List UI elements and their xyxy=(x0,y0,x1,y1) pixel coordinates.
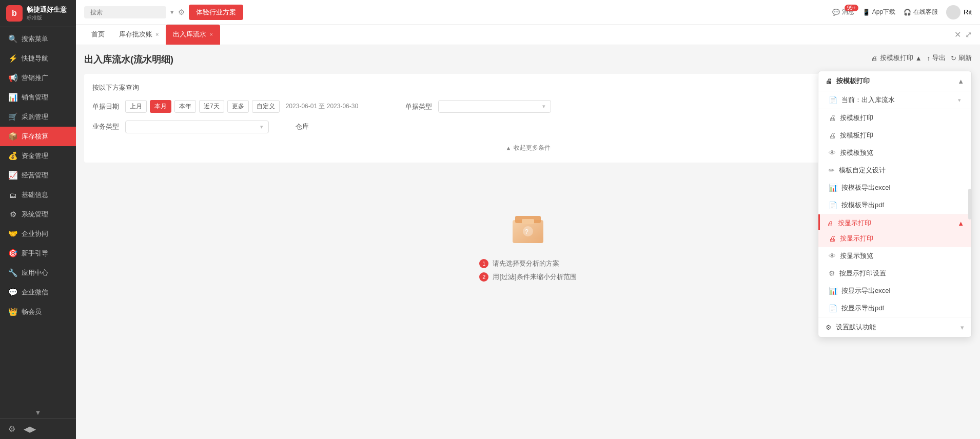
display-print-header[interactable]: 🖨 按显示打印 ▲ xyxy=(818,214,971,230)
display-export-pdf-btn[interactable]: 📄 按显示导出pdf xyxy=(818,300,971,317)
date-filter-buttons: 上月 本月 本年 近7天 更多 自定义 xyxy=(125,100,280,113)
date-this-year-btn[interactable]: 本年 xyxy=(174,100,196,113)
app-download-btn[interactable]: 📱 App下载 xyxy=(863,8,895,16)
template-custom-design-btn[interactable]: ✏ 模板自定义设计 xyxy=(818,162,971,179)
sidebar-item-系统管理[interactable]: ⚙系统管理 xyxy=(0,205,76,224)
empty-illustration: ? xyxy=(502,199,554,251)
export-icon: ↑ xyxy=(927,54,931,62)
export-btn[interactable]: ↑ 导出 xyxy=(927,53,946,63)
display-print-settings-btn[interactable]: ⚙ 按显示打印设置 xyxy=(818,265,971,282)
message-btn[interactable]: 💬 消息 99+ xyxy=(832,8,854,16)
template-print-btn[interactable]: 🖨 按模板打印 xyxy=(818,127,971,144)
tab-inout-flow[interactable]: 出入库流水 × xyxy=(166,25,220,45)
tab-inventory-batch[interactable]: 库存批次账 × xyxy=(112,25,166,45)
current-template-item[interactable]: 📄 当前：出入库流水 ▾ xyxy=(818,91,971,109)
sidebar-item-经营管理[interactable]: 📈经营管理 xyxy=(0,166,76,185)
template-print-header[interactable]: 🖨 按模板打印 xyxy=(818,109,971,127)
sidebar-item-企业协同[interactable]: 🤝企业协同 xyxy=(0,224,76,244)
app-label: App下载 xyxy=(872,8,895,16)
sidebar-item-畅会员[interactable]: 👑畅会员 xyxy=(0,302,76,322)
display-pdf-icon: 📄 xyxy=(829,304,837,312)
display-settings-label: 按显示打印设置 xyxy=(839,269,886,278)
display-print-label: 按显示打印 xyxy=(840,234,873,243)
sidebar-icon-13: 💬 xyxy=(8,288,17,297)
sidebar-icon-9: ⚙ xyxy=(8,210,17,219)
sidebar-item-库存核算[interactable]: 📦库存核算 xyxy=(0,127,76,146)
date-more-btn[interactable]: 更多 xyxy=(227,100,249,113)
template-export-excel-btn[interactable]: 📊 按模板导出excel xyxy=(818,179,971,196)
date-custom-btn[interactable]: 自定义 xyxy=(252,100,280,113)
display-preview-btn[interactable]: 👁 按显示预览 xyxy=(818,247,971,265)
template-preview-btn[interactable]: 👁 按模板预览 xyxy=(818,144,971,162)
sidebar-label-14: 畅会员 xyxy=(22,307,42,316)
settings-gear-icon[interactable]: ⚙ xyxy=(178,8,185,17)
user-name: Rit xyxy=(964,8,972,16)
biz-type-select[interactable]: ▾ xyxy=(125,121,269,133)
sidebar-item-采购管理[interactable]: 🛒采购管理 xyxy=(0,107,76,127)
display-excel-icon: 📊 xyxy=(829,287,837,295)
main-content: ▾ ⚙ 体验行业方案 💬 消息 99+ 📱 App下载 🎧 在线客服 Rit xyxy=(76,0,980,439)
sidebar-item-资金管理[interactable]: 💰资金管理 xyxy=(0,146,76,166)
settings-icon[interactable]: ⚙ xyxy=(8,424,15,434)
help-icon[interactable]: ◀▶ xyxy=(24,424,36,434)
tab-home[interactable]: 首页 xyxy=(84,25,112,45)
topbar: ▾ ⚙ 体验行业方案 💬 消息 99+ 📱 App下载 🎧 在线客服 Rit xyxy=(76,0,980,25)
print-dropdown-title: 按模板打印 xyxy=(836,76,870,86)
date-prev-month-btn[interactable]: 上月 xyxy=(125,100,147,113)
empty-steps: 1 请先选择要分析的方案 2 用[过滤]条件来缩小分析范围 xyxy=(479,259,576,282)
sidebar-item-企业微信[interactable]: 💬企业微信 xyxy=(0,283,76,302)
sidebar-label-0: 搜索菜单 xyxy=(22,34,48,44)
sidebar-scroll-down[interactable]: ▼ xyxy=(0,407,76,418)
search-input[interactable] xyxy=(84,6,166,18)
doc-type-select[interactable]: ▾ xyxy=(438,100,551,113)
display-print-btn[interactable]: 🖨 按显示打印 xyxy=(818,230,971,247)
sidebar-item-新手引导[interactable]: 🎯新手引导 xyxy=(0,244,76,263)
sidebar-label-11: 新手引导 xyxy=(22,249,48,258)
sidebar-item-搜索菜单[interactable]: 🔍搜索菜单 xyxy=(0,29,76,49)
trial-btn[interactable]: 体验行业方案 xyxy=(189,5,243,20)
message-badge: 99+ xyxy=(845,5,858,11)
sidebar-item-营销推广[interactable]: 📢营销推广 xyxy=(0,68,76,88)
sidebar-item-基础信息[interactable]: 🗂基础信息 xyxy=(0,185,76,205)
display-preview-icon: 👁 xyxy=(829,252,836,260)
date-7days-btn[interactable]: 近7天 xyxy=(199,100,224,113)
empty-step-2: 2 用[过滤]条件来缩小分析范围 xyxy=(479,272,576,282)
tab-inventory-batch-label: 库存批次账 xyxy=(119,30,152,39)
message-icon: 💬 xyxy=(832,9,840,16)
print-btn[interactable]: 🖨 按模板打印 ▲ xyxy=(871,53,922,63)
template-export-pdf-btn[interactable]: 📄 按模板导出pdf xyxy=(818,196,971,214)
sidebar-icon-14: 👑 xyxy=(8,307,17,316)
set-default-btn[interactable]: ⚙ 设置默认功能 ▾ xyxy=(818,317,971,337)
dropdown-scrollbar[interactable] xyxy=(968,189,971,220)
user-avatar-btn[interactable]: Rit xyxy=(946,5,972,19)
refresh-btn[interactable]: ↻ 刷新 xyxy=(951,53,972,63)
design-icon: ✏ xyxy=(829,166,835,174)
print-dropdown-close-icon[interactable]: ▲ xyxy=(957,77,964,85)
display-export-excel-btn[interactable]: 📊 按显示导出excel xyxy=(818,282,971,300)
app-icon: 📱 xyxy=(863,9,870,16)
sidebar: b 畅捷通好生意 标准版 🔍搜索菜单⚡快捷导航📢营销推广📊销售管理🛒采购管理📦库… xyxy=(0,0,76,439)
sidebar-icon-6: 💰 xyxy=(8,151,17,161)
sidebar-bottom: ⚙ ◀▶ xyxy=(0,418,76,439)
export-label: 导出 xyxy=(932,53,946,63)
sidebar-label-5: 库存核算 xyxy=(22,132,48,141)
tab-inout-flow-close[interactable]: × xyxy=(209,31,212,37)
tab-inventory-batch-close[interactable]: × xyxy=(155,31,159,37)
tabs-bar: 首页 库存批次账 × 出入库流水 × ✕ ⤢ xyxy=(76,25,980,45)
online-service-btn[interactable]: 🎧 在线客服 xyxy=(904,8,938,16)
svg-text:?: ? xyxy=(525,228,528,235)
sidebar-item-销售管理[interactable]: 📊销售管理 xyxy=(0,88,76,107)
step-2-text: 用[过滤]条件来缩小分析范围 xyxy=(493,272,576,282)
service-label: 在线客服 xyxy=(913,8,938,16)
set-default-arrow: ▾ xyxy=(961,324,964,331)
date-filter-label: 单据日期 xyxy=(92,102,119,111)
template-print-item-label: 按模板打印 xyxy=(840,131,873,140)
search-dropdown-icon[interactable]: ▾ xyxy=(170,8,174,16)
sidebar-item-应用中心[interactable]: 🔧应用中心 xyxy=(0,263,76,283)
date-this-month-btn[interactable]: 本月 xyxy=(150,100,171,113)
print-dropdown: 🖨 按模板打印 ▲ 📄 当前：出入库流水 ▾ 🖨 按模板打印 xyxy=(818,71,972,337)
display-export-pdf-label: 按显示导出pdf xyxy=(841,304,884,313)
close-all-tabs-btn[interactable]: ✕ xyxy=(954,30,961,39)
sidebar-item-快捷导航[interactable]: ⚡快捷导航 xyxy=(0,49,76,68)
maximize-btn[interactable]: ⤢ xyxy=(965,30,972,39)
